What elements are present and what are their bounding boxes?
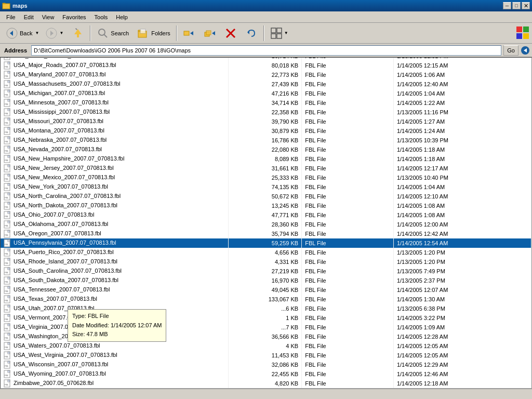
table-row[interactable]: FBL USA_New_Hampshire_2007.07_070813.fbl…: [1, 154, 531, 164]
undo-button[interactable]: [242, 25, 261, 42]
address-input[interactable]: [31, 45, 501, 56]
svg-text:FBL: FBL: [5, 206, 9, 208]
file-type: FBL File: [302, 313, 394, 323]
table-row[interactable]: FBL USA_Massachusetts_2007.07_070813.fbl…: [1, 79, 531, 89]
file-icon: FBL: [4, 314, 12, 322]
table-row[interactable]: FBL USA_Minnesota_2007.07_070813.fbl34,7…: [1, 98, 531, 108]
minimize-button[interactable]: ─: [503, 2, 511, 9]
table-row[interactable]: FBL USA_Ohio_2007.07_070813.fbl47,771 KB…: [1, 210, 531, 220]
svg-text:FBL: FBL: [5, 84, 9, 87]
copyto-button[interactable]: [200, 25, 220, 42]
search-button[interactable]: Search: [93, 25, 132, 42]
table-row[interactable]: FBL USA_New_York_2007.07_070813.fbl74,13…: [1, 182, 531, 192]
table-row[interactable]: FBL USA_West_Virginia_2007.07_070813.fbl…: [1, 351, 531, 360]
file-icon: FBL: [4, 71, 12, 79]
svg-text:FBL: FBL: [5, 94, 9, 96]
back-icon: [6, 27, 18, 39]
file-name: FBL USA_New_Mexico_2007.07_070813.fbl: [1, 173, 228, 182]
address-label: Address: [2, 47, 29, 54]
table-row[interactable]: FBL USA_Maine_2007.07_070813.fbl10,714 K…: [1, 57, 531, 61]
file-date: 1/14/2005 1:30 AM: [393, 295, 531, 304]
svg-text:FBL: FBL: [5, 281, 9, 283]
file-size: 31,661 KB: [228, 164, 301, 173]
file-icon: FBL: [4, 89, 12, 98]
file-type: FBL File: [302, 173, 394, 182]
table-row[interactable]: FBL USA_Waters_2007.07_070813.fbl4 KBFBL…: [1, 341, 531, 351]
close-button[interactable]: ✕: [522, 2, 530, 9]
table-row[interactable]: FBL USA_Oklahoma_2007.07_070813.fbl28,36…: [1, 220, 531, 229]
windows-logo: [515, 25, 530, 41]
table-row[interactable]: FBL USA_Nevada_2007.07_070813.fbl22,080 …: [1, 145, 531, 154]
file-name: FBL USA_New_Hampshire_2007.07_070813.fbl: [1, 154, 228, 164]
forward-icon: [45, 27, 58, 39]
table-row[interactable]: FBL USA_New_Mexico_2007.07_070813.fbl25,…: [1, 173, 531, 182]
menu-file[interactable]: File: [2, 13, 20, 21]
file-icon: FBL: [4, 108, 12, 116]
table-row[interactable]: FBL USA_Michigan_2007.07_070813.fbl47,21…: [1, 89, 531, 98]
file-type: FBL File: [302, 341, 394, 351]
file-size: 59,259 KB: [228, 238, 301, 248]
file-type: FBL File: [302, 267, 394, 276]
table-row[interactable]: FBL USA_Texas_2007.07_070813.fbl133,067 …: [1, 295, 531, 304]
menu-tools[interactable]: Tools: [90, 13, 112, 21]
moveto-button[interactable]: [179, 25, 199, 42]
table-row[interactable]: FBL USA_South_Carolina_2007.07_070813.fb…: [1, 267, 531, 276]
go-button[interactable]: Go: [503, 45, 518, 56]
table-row[interactable]: FBL USA_Tennessee_2007.07_070813.fbl49,0…: [1, 285, 531, 295]
file-date: 1/14/2005 1:22 AM: [393, 98, 531, 108]
table-row[interactable]: FBL USA_Montana_2007.07_070813.fbl30,879…: [1, 126, 531, 136]
file-type: FBL File: [302, 229, 394, 238]
file-type: FBL File: [302, 210, 394, 220]
svg-text:FBL: FBL: [5, 309, 9, 311]
menu-edit[interactable]: Edit: [20, 13, 38, 21]
table-row[interactable]: FBL USA_New_Jersey_2007.07_070813.fbl31,…: [1, 164, 531, 173]
svg-text:FBL: FBL: [5, 271, 9, 274]
table-row[interactable]: FBL USA_South_Dakota_2007.07_070813.fbl1…: [1, 276, 531, 285]
file-icon: FBL: [4, 145, 12, 154]
table-row[interactable]: FBL USA_Puerto_Rico_2007.07_070813.fbl4,…: [1, 248, 531, 257]
back-button[interactable]: Back ▼: [2, 25, 41, 42]
table-row[interactable]: FBL USA_Pennsylvania_2007.07_070813.fbl5…: [1, 238, 531, 248]
menu-view[interactable]: View: [38, 13, 59, 21]
table-row[interactable]: FBL USA_Nebraska_2007.07_070813.fbl16,78…: [1, 136, 531, 145]
table-row[interactable]: FBL USA_Wisconsin_2007.07_070813.fbl32,0…: [1, 360, 531, 369]
table-row[interactable]: FBL USA_Maryland_2007.07_070813.fbl22,77…: [1, 70, 531, 79]
table-row[interactable]: FBL USA_Missouri_2007.07_070813.fbl39,79…: [1, 117, 531, 126]
file-icon: FBL: [4, 248, 12, 257]
menu-favorites[interactable]: Favorites: [58, 13, 90, 21]
file-name: FBL Zimbabwe_2007.05_070628.fbl: [1, 379, 228, 388]
svg-rect-23: [277, 28, 282, 33]
table-row[interactable]: FBL Zimbabwe_2007.05_070628.fbl4,820 KBF…: [1, 379, 531, 388]
table-row[interactable]: FBL USA_Major_Roads_2007.07_070813.fbl80…: [1, 61, 531, 70]
table-row[interactable]: FBL USA_Mississippi_2007.07_070813.fbl22…: [1, 108, 531, 117]
file-icon: FBL: [4, 183, 12, 191]
file-icon: FBL: [4, 332, 12, 341]
up-button[interactable]: [68, 25, 88, 42]
table-row[interactable]: FBL USA_North_Carolina_2007.07_070813.fb…: [1, 192, 531, 201]
file-date: 1/14/2005 1:08 AM: [393, 210, 531, 220]
file-date: 1/13/2005 10:40 PM: [393, 173, 531, 182]
file-name: FBL USA_Oklahoma_2007.07_070813.fbl: [1, 220, 228, 229]
back-dropdown-icon[interactable]: ▼: [35, 31, 39, 35]
table-row[interactable]: FBL USA_Rhode_Island_2007.07_070813.fbl4…: [1, 257, 531, 267]
maximize-button[interactable]: □: [512, 2, 521, 9]
menu-help[interactable]: Help: [112, 13, 132, 21]
folders-button[interactable]: Folders: [134, 25, 174, 42]
delete-button[interactable]: [221, 25, 241, 42]
table-row[interactable]: FBL USA_Oregon_2007.07_070813.fbl35,794 …: [1, 229, 531, 238]
toolbar: Back ▼ ▼ Search: [0, 23, 532, 44]
views-button[interactable]: ▼: [267, 25, 292, 42]
file-type: FBL File: [302, 98, 394, 108]
file-date: 1/14/2005 12:17 AM: [393, 164, 531, 173]
forward-button[interactable]: ▼: [42, 25, 67, 42]
forward-dropdown-icon[interactable]: ▼: [59, 31, 63, 35]
table-row[interactable]: FBL USA_Wyoming_2007.07_070813.fbl22,455…: [1, 369, 531, 379]
file-date: 1/14/2005 3:22 PM: [393, 313, 531, 323]
table-row[interactable]: FBL USA_North_Dakota_2007.07_070813.fbl1…: [1, 201, 531, 210]
titlebar: maps ─ □ ✕: [0, 0, 532, 11]
file-size: 35,794 KB: [228, 229, 301, 238]
svg-rect-26: [516, 26, 522, 32]
file-name: FBL USA_Wisconsin_2007.07_070813.fbl: [1, 360, 228, 369]
views-dropdown-icon[interactable]: ▼: [284, 31, 288, 35]
file-name: FBL USA_Wyoming_2007.07_070813.fbl: [1, 369, 228, 379]
